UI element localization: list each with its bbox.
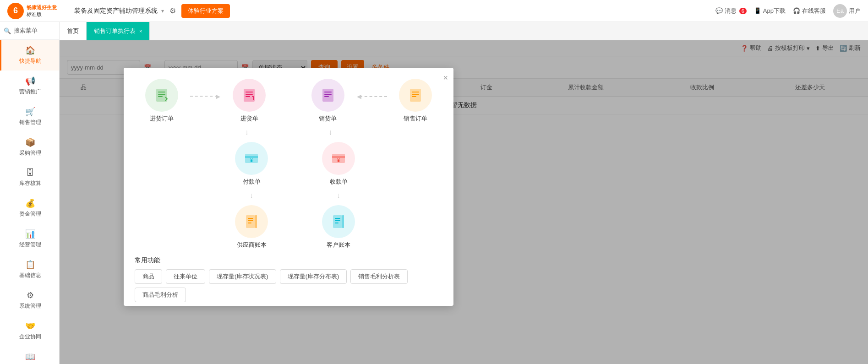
top-bar: 6 畅康通好生意 标准版 装备及固定资产辅助管理系统 ▾ ⚙ 体验行业方案 💬 … bbox=[0, 0, 868, 22]
tab-home[interactable]: 首页 bbox=[60, 22, 87, 40]
sidebar-item-operations[interactable]: 📊 经营管理 bbox=[0, 223, 59, 254]
logo-area: 6 畅康通好生意 标准版 bbox=[7, 3, 67, 19]
app-container: 6 畅康通好生意 标准版 装备及固定资产辅助管理系统 ▾ ⚙ 体验行业方案 💬 … bbox=[0, 0, 868, 364]
service-icon: 🎧 bbox=[793, 7, 800, 14]
quick-nav-icon: 🏠 bbox=[25, 45, 35, 55]
sidebar-item-system[interactable]: ⚙ 系统管理 bbox=[0, 285, 59, 315]
sales-order-circle bbox=[399, 79, 432, 112]
purchase-icon: 📦 bbox=[25, 137, 35, 147]
purchase-order-node[interactable]: 进货订单 bbox=[135, 79, 188, 123]
svg-rect-13 bbox=[412, 92, 419, 92]
svg-rect-5 bbox=[246, 92, 253, 92]
payment-bill-node[interactable]: ¥ 付款单 bbox=[222, 142, 281, 186]
system-dropdown-arrow[interactable]: ▾ bbox=[161, 8, 164, 14]
message-badge: 6 bbox=[739, 8, 747, 14]
tab-sales-order-exec[interactable]: 销售订单执行表 × bbox=[87, 22, 150, 40]
func-btn-sales-gross[interactable]: 销售毛利分析表 bbox=[350, 269, 408, 284]
sales-bill-circle bbox=[311, 79, 344, 112]
workflow-row-1: 进货订单 ▶ bbox=[135, 79, 442, 123]
svg-rect-24 bbox=[248, 218, 253, 219]
sidebar-item-quick-nav[interactable]: 🏠 快捷导航 bbox=[0, 40, 59, 71]
svg-rect-0 bbox=[156, 89, 167, 102]
supplier-ledger-node[interactable]: 供应商账本 bbox=[222, 205, 281, 249]
modal-close-icon[interactable]: × bbox=[443, 73, 448, 83]
finance-icon: 💰 bbox=[25, 198, 35, 208]
func-btn-product[interactable]: 商品 bbox=[135, 269, 162, 284]
tab-close-icon[interactable]: × bbox=[139, 28, 142, 34]
system-title: 装备及固定资产辅助管理系统 bbox=[74, 7, 158, 15]
avatar: Ea bbox=[833, 4, 847, 18]
workflow-diagram: 进货订单 ▶ bbox=[135, 79, 442, 249]
sidebar-item-finance[interactable]: 💰 资金管理 bbox=[0, 193, 59, 223]
func-btn-stock-dist[interactable]: 现存量(库存分布表) bbox=[280, 269, 347, 284]
supplier-ledger-label: 供应商账本 bbox=[237, 241, 267, 249]
sidebar-item-sales[interactable]: 🛒 销售管理 bbox=[0, 101, 59, 132]
arrow-down-purchase-bill: ↓ bbox=[245, 128, 249, 136]
purchase-bill-label: 进货单 bbox=[240, 114, 258, 123]
online-service-btn[interactable]: 🎧 在线客服 bbox=[793, 7, 826, 15]
app-download-btn[interactable]: 📱 App下载 bbox=[754, 7, 786, 15]
svg-rect-7 bbox=[246, 96, 250, 97]
svg-rect-23 bbox=[255, 215, 257, 228]
marketing-icon: 📢 bbox=[25, 76, 35, 86]
payment-bill-label: 付款单 bbox=[243, 178, 261, 186]
sidebar-item-inventory[interactable]: 🗄 库存核算 bbox=[0, 163, 59, 193]
svg-rect-14 bbox=[412, 94, 419, 95]
svg-rect-8 bbox=[322, 89, 333, 102]
sidebar-item-enterprise[interactable]: 🤝 企业协同 bbox=[0, 315, 59, 346]
purchase-bill-circle bbox=[233, 79, 266, 112]
workflow-row-4: ↓ ↓ bbox=[135, 190, 442, 201]
user-name: 用户 bbox=[849, 7, 861, 15]
purchase-order-label: 进货订单 bbox=[150, 114, 174, 123]
customer-ledger-circle bbox=[322, 205, 355, 238]
arrow-down-payment: ↓ bbox=[250, 191, 253, 200]
sidebar-item-marketing[interactable]: 📢 营销推广 bbox=[0, 71, 59, 101]
workflow-row-5: 供应商账本 bbox=[135, 205, 442, 249]
inventory-icon: 🗄 bbox=[26, 168, 34, 178]
svg-rect-2 bbox=[158, 94, 165, 95]
sidebar-item-basic-info[interactable]: 📋 基础信息 bbox=[0, 254, 59, 285]
search-icon: 🔍 bbox=[4, 27, 11, 34]
main-content: ❓ 帮助 🖨 按模板打印 ▾ ⬆ 导出 bbox=[60, 40, 868, 364]
func-btn-product-gross[interactable]: 商品毛利分析 bbox=[135, 288, 186, 302]
sidebar: 🔍 搜索菜单 🏠 快捷导航 📢 营销推广 🛒 销售管理 📦 采购管理 🗄 bbox=[0, 22, 60, 364]
svg-text:¥: ¥ bbox=[250, 158, 253, 163]
sidebar-item-newbie[interactable]: 📖 新手引导 bbox=[0, 346, 59, 364]
svg-rect-28 bbox=[342, 215, 344, 228]
svg-rect-12 bbox=[410, 89, 421, 102]
arrow-purchase-to-bill: ▶ bbox=[188, 93, 222, 100]
operations-icon: 📊 bbox=[25, 229, 35, 239]
svg-rect-22 bbox=[246, 215, 255, 228]
modal-overlay[interactable]: × bbox=[60, 40, 868, 364]
receipt-bill-node[interactable]: ¥ 收款单 bbox=[309, 142, 368, 186]
message-btn[interactable]: 💬 消息 6 bbox=[715, 7, 747, 15]
svg-rect-11 bbox=[324, 96, 329, 97]
svg-rect-15 bbox=[412, 96, 416, 97]
supplier-ledger-circle bbox=[235, 205, 268, 238]
customer-ledger-node[interactable]: 客户账本 bbox=[309, 205, 368, 249]
tab-bar: 首页 销售订单执行表 × bbox=[60, 22, 868, 40]
settings-icon[interactable]: ⚙ bbox=[169, 6, 176, 15]
user-area[interactable]: Ea 用户 bbox=[833, 4, 861, 18]
svg-rect-30 bbox=[335, 220, 340, 221]
message-icon: 💬 bbox=[715, 7, 723, 14]
system-icon: ⚙ bbox=[27, 290, 34, 300]
newbie-icon: 📖 bbox=[25, 352, 35, 362]
workflow-row-2: ↓ ↓ bbox=[135, 126, 442, 138]
arrow-sales-order-to-bill: ▶ bbox=[355, 93, 389, 100]
sales-bill-node[interactable]: 销货单 bbox=[301, 79, 355, 123]
receipt-bill-label: 收款单 bbox=[330, 178, 348, 186]
download-icon: 📱 bbox=[754, 7, 761, 14]
func-btn-contacts[interactable]: 往来单位 bbox=[166, 269, 205, 284]
func-btn-stock-status[interactable]: 现存量(库存状况表) bbox=[209, 269, 276, 284]
sidebar-item-purchase[interactable]: 📦 采购管理 bbox=[0, 132, 59, 163]
sidebar-search[interactable]: 🔍 搜索菜单 bbox=[0, 22, 59, 40]
purchase-bill-node[interactable]: 进货单 bbox=[222, 79, 276, 123]
experience-btn[interactable]: 体验行业方案 bbox=[181, 4, 230, 18]
payment-bill-circle: ¥ bbox=[235, 142, 268, 175]
sales-order-node[interactable]: 销售订单 bbox=[389, 79, 442, 123]
svg-rect-3 bbox=[158, 96, 163, 97]
app-logo-icon: 6 bbox=[7, 3, 24, 19]
sales-order-label: 销售订单 bbox=[404, 114, 427, 123]
workflow-row-3: ¥ 付款单 bbox=[135, 142, 442, 186]
